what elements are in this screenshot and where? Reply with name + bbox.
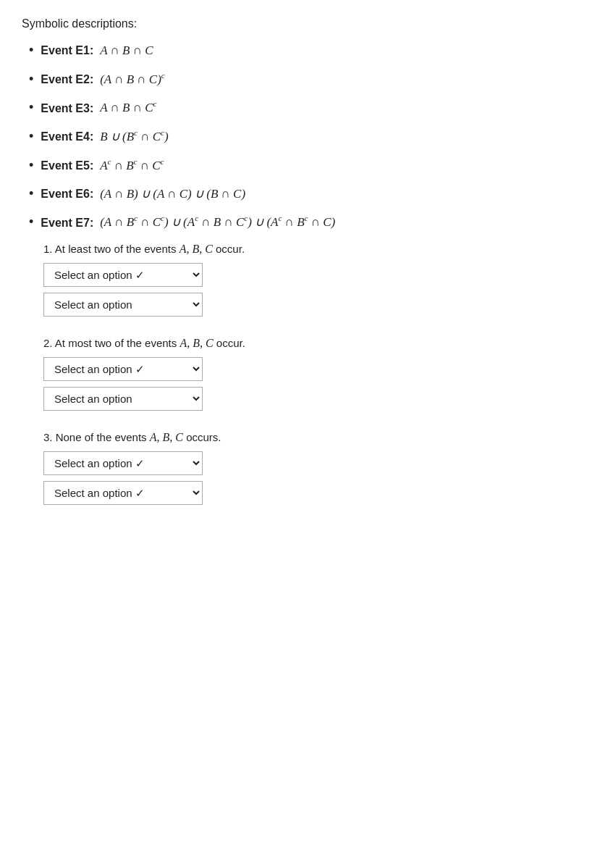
bullet-e6: • [29,187,33,200]
question-3-text: 3. None of the events A, B, C occurs. [43,431,594,444]
question-2-select1-wrapper: Select an option ✓ E1 E2 E3 E4 E5 E6 E7 [43,357,594,381]
event-item-e2: • Event E2: (A ∩ B ∩ C)c [29,71,594,87]
event-item-e6: • Event E6: (A ∩ B) ∪ (A ∩ C) ∪ (B ∩ C) [29,186,594,201]
event-item-e4: • Event E4: B ∪ (Bc ∩ Cc) [29,128,594,144]
question-1: 1. At least two of the events A, B, C oc… [43,243,594,317]
question-1-select1-wrapper: Select an option ✓ E1 E2 E3 E4 E5 E6 E7 [43,263,594,287]
question-3-select2[interactable]: Select an option ✓ E1 E2 E3 E4 E5 E6 E7 [43,481,203,505]
question-3-select1[interactable]: Select an option ✓ E1 E2 E3 E4 E5 E6 E7 [43,451,203,475]
question-2-select2-wrapper: Select an option E1 E2 E3 E4 E5 E6 E7 [43,387,594,411]
question-3-select2-wrapper: Select an option ✓ E1 E2 E3 E4 E5 E6 E7 [43,481,594,505]
question-2: 2. At most two of the events A, B, C occ… [43,337,594,411]
bullet-e5: • [29,159,33,172]
question-1-select2-wrapper: Select an option E1 E2 E3 E4 E5 E6 E7 [43,293,594,317]
bullet-e7: • [29,215,33,228]
question-3-select1-wrapper: Select an option ✓ E1 E2 E3 E4 E5 E6 E7 [43,451,594,475]
event-item-e7: • Event E7: (A ∩ Bc ∩ Cc) ∪ (Ac ∩ B ∩ Cc… [29,214,594,230]
page-title: Symbolic descriptions: [22,17,594,30]
question-1-select1[interactable]: Select an option ✓ E1 E2 E3 E4 E5 E6 E7 [43,263,203,287]
bullet-e1: • [29,43,33,57]
event-list: • Event E1: A ∩ B ∩ C • Event E2: (A ∩ B… [29,43,594,230]
question-2-select1[interactable]: Select an option ✓ E1 E2 E3 E4 E5 E6 E7 [43,357,203,381]
question-2-select2[interactable]: Select an option E1 E2 E3 E4 E5 E6 E7 [43,387,203,411]
event-item-e3: • Event E3: A ∩ B ∩ Cc [29,100,594,116]
question-3: 3. None of the events A, B, C occurs. Se… [43,431,594,505]
bullet-e4: • [29,130,33,143]
bullet-e2: • [29,72,33,85]
event-item-e1: • Event E1: A ∩ B ∩ C [29,43,594,58]
question-2-text: 2. At most two of the events A, B, C occ… [43,337,594,350]
questions-section: 1. At least two of the events A, B, C oc… [43,243,594,505]
bullet-e3: • [29,101,33,114]
event-item-e5: • Event E5: Ac ∩ Bc ∩ Cc [29,157,594,173]
question-1-select2[interactable]: Select an option E1 E2 E3 E4 E5 E6 E7 [43,293,203,317]
question-1-text: 1. At least two of the events A, B, C oc… [43,243,594,256]
